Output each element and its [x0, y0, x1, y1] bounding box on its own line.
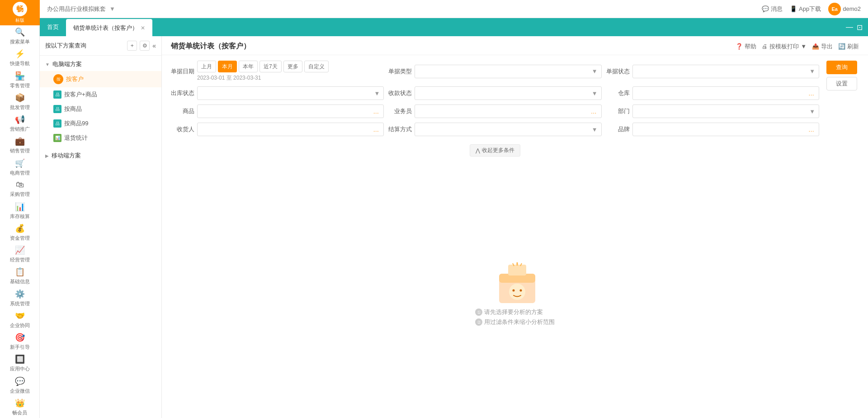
salesperson-input[interactable]: … — [415, 104, 601, 118]
app-center-icon: 🔲 — [15, 354, 25, 364]
tree-section-mobile: ▶ 移动端方案 — [40, 147, 161, 164]
payment-status-label: 收款状态 — [388, 89, 412, 97]
settlement-dropdown[interactable]: ▼ — [415, 123, 601, 136]
warehouse-dots: … — [808, 90, 815, 97]
date-btn-this-month[interactable]: 本月 — [218, 61, 237, 72]
sidebar-item-label: 销售管理 — [10, 147, 30, 154]
sidebar-item-label: 畅会员 — [12, 409, 27, 416]
tree-section: ▼ 电脑端方案 按 按客户 品 按客户+商品 品 按商品 品 按商品99 — [40, 56, 161, 147]
sales-icon: 💼 — [15, 136, 25, 146]
query-btn[interactable]: 查询 — [826, 61, 857, 74]
add-scheme-btn[interactable]: + — [127, 41, 137, 51]
sidebar-item-sales[interactable]: 💼 销售管理 — [0, 134, 39, 156]
tree-parent-label: 电脑端方案 — [52, 60, 82, 68]
consignee-label: 收货人 — [171, 125, 194, 133]
payment-status-dropdown[interactable]: ▼ — [415, 86, 601, 100]
collapse-more-btn[interactable]: ⋀ 收起更多条件 — [470, 144, 520, 157]
consignee-input[interactable]: … — [197, 123, 384, 136]
tab-maximize-btn[interactable]: ⊡ — [857, 23, 863, 32]
collapse-arrow-icon: ⋀ — [476, 147, 480, 154]
sidebar-item-app-center[interactable]: 🔲 应用中心 — [0, 352, 39, 374]
tree-child-by-product[interactable]: 品 按商品 — [40, 102, 161, 116]
sidebar-item-operations[interactable]: 📈 经营管理 — [0, 243, 39, 265]
order-type-label: 单据类型 — [388, 67, 412, 76]
date-btn-this-year[interactable]: 本年 — [239, 61, 258, 72]
order-status-dropdown[interactable]: ▼ — [632, 65, 819, 78]
refresh-btn[interactable]: 🔄 刷新 — [838, 43, 859, 51]
sidebar-item-finance[interactable]: 💰 资金管理 — [0, 222, 39, 243]
tree-parent-mobile[interactable]: ▶ 移动端方案 — [40, 149, 161, 162]
topbar: 办公用品行业模拟账套 ▼ 💬 消息 📱 App下载 Ea demo2 — [40, 0, 868, 18]
logo-icon: 畅 — [13, 2, 27, 16]
svg-point-4 — [513, 290, 515, 292]
sidebar-item-basic[interactable]: 📋 基础信息 — [0, 265, 39, 287]
empty-illustration — [488, 256, 542, 301]
operations-icon: 📈 — [15, 245, 25, 255]
date-btn-more[interactable]: 更多 — [283, 61, 302, 72]
search-icon: 🔍 — [15, 27, 25, 37]
sidebar-item-label: 新手引导 — [10, 344, 30, 351]
product-dots: … — [373, 108, 380, 115]
sidebar-item-inventory[interactable]: 📊 库存核算 — [0, 200, 39, 222]
scheme-settings-btn[interactable]: ⚙ — [140, 41, 150, 51]
date-filter-cell: 单据日期 上月 本月 本年 近7天 更多 自定义 20 — [171, 61, 384, 82]
sidebar-item-system[interactable]: ⚙️ 系统管理 — [0, 287, 39, 309]
filter-fields: 单据日期 上月 本月 本年 近7天 更多 自定义 20 — [171, 61, 819, 160]
export-btn[interactable]: 📤 导出 — [812, 43, 833, 51]
sidebar-item-search[interactable]: 🔍 搜索菜单 — [0, 25, 39, 47]
sidebar-item-guide[interactable]: 🎯 新手引导 — [0, 331, 39, 352]
sidebar-item-member[interactable]: 👑 畅会员 — [0, 396, 39, 418]
sidebar-item-purchase[interactable]: 🛍 采购管理 — [0, 178, 39, 200]
tree-parent-desktop[interactable]: ▼ 电脑端方案 — [40, 57, 161, 71]
product-input[interactable]: … — [197, 104, 384, 118]
sidebar-item-wechat[interactable]: 💬 企业微信 — [0, 375, 39, 396]
product-scheme-icon: 品 — [53, 105, 61, 113]
sidebar-item-quick-nav[interactable]: ⚡ 快捷导航 — [0, 47, 39, 69]
consignee-cell: 收货人 … — [171, 123, 384, 136]
tab-close-btn[interactable]: ✕ — [141, 25, 145, 31]
sidebar-item-wholesale[interactable]: 📦 批发管理 — [0, 91, 39, 113]
left-panel: 按以下方案查询 + ⚙ « ▼ 电脑端方案 按 — [40, 36, 162, 418]
sidebar-item-label: 应用中心 — [10, 366, 30, 372]
print-btn[interactable]: 🖨 按模板打印 ▼ — [762, 43, 807, 51]
tab-sales-stat[interactable]: 销货单统计表（按客户） ✕ — [66, 19, 152, 37]
app-download-btn[interactable]: 📱 App下载 — [790, 5, 821, 13]
tree-child-return-stat[interactable]: 📊 退货统计 — [40, 131, 161, 145]
tree-child-by-product-99[interactable]: 品 按商品99 — [40, 116, 161, 131]
product99-scheme-icon: 品 — [53, 119, 61, 128]
date-btn-custom[interactable]: 自定义 — [304, 61, 329, 72]
salesperson-dots: … — [591, 108, 598, 115]
collapse-row: ⋀ 收起更多条件 — [171, 141, 819, 160]
messages-btn[interactable]: 💬 消息 — [762, 5, 783, 13]
tree-child-by-customer-product[interactable]: 品 按客户+商品 — [40, 87, 161, 102]
sidebar-item-cooperation[interactable]: 🤝 企业协同 — [0, 309, 39, 331]
help-btn[interactable]: ❓ 帮助 — [736, 43, 756, 51]
order-type-dropdown[interactable]: ▼ — [415, 65, 601, 78]
user-menu[interactable]: Ea demo2 — [828, 3, 861, 15]
print-dropdown-icon[interactable]: ▼ — [801, 43, 807, 50]
empty-text: ① 请先选择要分析的方案 ② 用过滤条件来缩小分析范围 — [475, 308, 555, 328]
brand-input[interactable]: … — [632, 123, 819, 136]
messages-label: 消息 — [771, 5, 783, 13]
warehouse-input[interactable]: … — [632, 86, 819, 100]
topbar-left: 办公用品行业模拟账套 ▼ — [47, 5, 115, 13]
stock-status-dropdown[interactable]: ▼ — [197, 86, 384, 100]
sidebar-item-ecommerce[interactable]: 🛒 电商管理 — [0, 156, 39, 178]
department-dropdown[interactable]: ▼ — [632, 104, 819, 118]
setting-btn[interactable]: 设置 — [826, 77, 857, 90]
sidebar-item-marketing[interactable]: 📢 营销推广 — [0, 113, 39, 134]
cooperation-icon: 🤝 — [15, 311, 25, 321]
sidebar-item-label: 采购管理 — [10, 191, 30, 198]
tree-child-by-customer[interactable]: 按 按客户 — [40, 71, 161, 87]
collapse-panel-btn[interactable]: « — [152, 42, 156, 49]
export-label: 导出 — [821, 43, 833, 51]
date-btn-last7[interactable]: 近7天 — [259, 61, 282, 72]
date-btn-last-month[interactable]: 上月 — [197, 61, 216, 72]
order-type-arrow: ▼ — [592, 68, 598, 75]
tab-home-label: 首页 — [47, 23, 59, 31]
tab-home[interactable]: 首页 — [40, 18, 66, 36]
topbar-dropdown-icon[interactable]: ▼ — [109, 5, 115, 12]
sidebar-item-retail[interactable]: 🏪 零售管理 — [0, 69, 39, 90]
tree-parent-label: 移动端方案 — [52, 152, 81, 160]
tab-minimize-btn[interactable]: — — [846, 23, 853, 31]
